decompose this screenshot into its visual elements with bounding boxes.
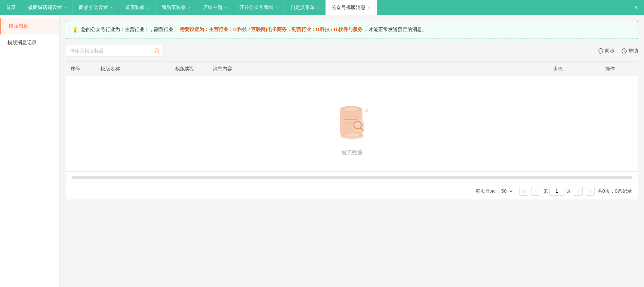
svg-line-1 (158, 52, 160, 53)
scrollbar-row (66, 172, 638, 183)
notice-highlight: 需要设置为：主营行业：IT科技 / 互联网|电子商务，副营行业：IT科技 / I… (180, 27, 367, 32)
nav-category-close[interactable]: × (110, 5, 113, 10)
search-button[interactable] (154, 48, 160, 54)
page-unit: 页 (566, 188, 571, 195)
notice-text: 您的公众号行业为：主营行业：，副营行业： 需要设置为：主营行业：IT科技 / 互… (81, 26, 427, 34)
toolbar-divider: | (617, 48, 619, 54)
empty-state-row: 暂无数据 (66, 76, 638, 171)
nav-homepage-dec-label: 首页装修 (125, 4, 145, 11)
top-nav: 首页 微商城店铺设置 × 商品分类设置 × 首页装修 × 商品页装修 × 店铺主… (0, 0, 644, 15)
first-page-icon: ⟨⟨ (522, 189, 526, 194)
nav-template-msg-close[interactable]: × (368, 5, 370, 10)
table-header-row: 序号 模版名称 模版类型 消息内容 状态 操作 (66, 61, 638, 76)
nav-store-theme[interactable]: 店铺主题 × (197, 0, 233, 15)
sync-button[interactable]: 同步 (598, 48, 614, 54)
notice-box: 💡 您的公众号行业为：主营行业：，副营行业： 需要设置为：主营行业：IT科技 /… (66, 21, 638, 39)
sidebar-item-template-msg-record[interactable]: 模版消息记录 (0, 34, 59, 51)
first-page-button[interactable]: ⟨⟨ (519, 187, 528, 196)
sync-label: 同步 (605, 48, 614, 54)
per-page-label: 每页显示 (475, 188, 495, 195)
next-page-button[interactable]: › (574, 187, 583, 196)
col-header-seq: 序号 (66, 61, 96, 76)
nav-category-label: 商品分类设置 (79, 4, 108, 11)
search-input[interactable] (66, 45, 163, 57)
col-header-content: 消息内容 (208, 61, 548, 76)
close-all-button[interactable]: × (629, 0, 644, 15)
nav-category[interactable]: 商品分类设置 × (73, 0, 119, 15)
total-info: 共0页，0条记录 (598, 188, 632, 195)
nav-product-dec-label: 商品页装修 (161, 4, 186, 11)
pagination-bar: 每页显示 50 ⟨⟨ ‹ 第 页 › ⟩⟩ (66, 183, 638, 199)
notice-prefix: 您的公众号行业为：主营行业：，副营行业： (81, 27, 178, 32)
nav-homepage-dec-close[interactable]: × (147, 5, 149, 10)
nav-template-msg[interactable]: 公众号模版消息 × (326, 0, 376, 15)
col-header-name: 模版名称 (96, 61, 171, 76)
per-page-value: 50 (501, 188, 506, 194)
fake-scrollbar[interactable] (72, 176, 632, 179)
nav-custom-menu-label: 自定义菜单 (290, 4, 315, 11)
col-header-status: 状态 (548, 61, 601, 76)
prev-page-icon: ‹ (535, 189, 536, 194)
nav-template-msg-label: 公众号模版消息 (332, 4, 366, 11)
nav-store-theme-close[interactable]: × (225, 5, 227, 10)
next-page-icon: › (577, 189, 579, 194)
nav-open-mall-close[interactable]: × (275, 5, 278, 10)
nav-homepage-dec[interactable]: 首页装修 × (119, 0, 155, 15)
help-button[interactable]: ? 帮助 (622, 48, 638, 54)
nav-custom-menu[interactable]: 自定义菜单 × (284, 0, 326, 15)
page-input-wrap: 第 页 (543, 187, 571, 196)
col-header-action: 操作 (601, 61, 638, 76)
nav-product-dec[interactable]: 商品页装修 × (155, 0, 197, 15)
nav-product-dec-close[interactable]: × (188, 5, 190, 10)
empty-text: 暂无数据 (342, 150, 363, 156)
last-page-icon: ⟩⟩ (588, 189, 592, 194)
bulb-icon: 💡 (72, 26, 78, 34)
sidebar-item-template-msg[interactable]: 模版消息 (0, 18, 59, 34)
nav-open-mall[interactable]: 开通公众号商城 × (233, 0, 284, 15)
svg-point-7 (343, 107, 358, 111)
main-layout: 模版消息 模版消息记录 💡 您的公众号行业为：主营行业：，副营行业： 需要设置为… (0, 15, 644, 287)
sync-icon (598, 48, 603, 54)
page-label: 第 (543, 188, 548, 195)
last-page-button[interactable]: ⟩⟩ (586, 187, 595, 196)
nav-home-label: 首页 (6, 4, 16, 11)
notice-suffix: 才能正常发送预置的消息。 (369, 27, 427, 32)
search-icon (154, 48, 160, 54)
svg-point-17 (368, 113, 369, 115)
sidebar-item-template-msg-record-label: 模版消息记录 (7, 39, 37, 46)
toolbar-right: 同步 | ? 帮助 (598, 48, 638, 54)
nav-microshop-label: 微商城店铺设置 (28, 4, 62, 11)
svg-point-9 (344, 133, 360, 137)
sidebar: 模版消息 模版消息记录 (0, 15, 60, 287)
chevron-down-icon (509, 189, 513, 193)
help-icon: ? (622, 48, 627, 54)
col-header-type: 模版类型 (171, 61, 208, 76)
per-page-select[interactable]: 50 (498, 187, 516, 195)
data-table: 序号 模版名称 模版类型 消息内容 状态 操作 (66, 61, 638, 172)
table-container: 序号 模版名称 模版类型 消息内容 状态 操作 (66, 61, 638, 183)
svg-text:?: ? (623, 49, 625, 53)
search-input-wrap (66, 45, 163, 57)
nav-home[interactable]: 首页 (0, 0, 22, 15)
nav-store-theme-label: 店铺主题 (203, 4, 222, 11)
page-input[interactable] (549, 187, 564, 196)
nav-microshop-close[interactable]: × (64, 5, 67, 10)
empty-state: 暂无数据 (66, 76, 638, 171)
help-label: 帮助 (628, 48, 638, 54)
prev-page-button[interactable]: ‹ (531, 187, 540, 196)
nav-open-mall-label: 开通公众号商城 (239, 4, 273, 11)
content-area: 💡 您的公众号行业为：主营行业：，副营行业： 需要设置为：主营行业：IT科技 /… (60, 15, 644, 287)
search-bar: 同步 | ? 帮助 (66, 45, 638, 57)
nav-microshop[interactable]: 微商城店铺设置 × (22, 0, 73, 15)
empty-illustration (330, 99, 375, 144)
svg-point-18 (337, 119, 339, 120)
nav-custom-menu-close[interactable]: × (317, 5, 319, 10)
sidebar-item-template-msg-label: 模版消息 (9, 23, 28, 30)
